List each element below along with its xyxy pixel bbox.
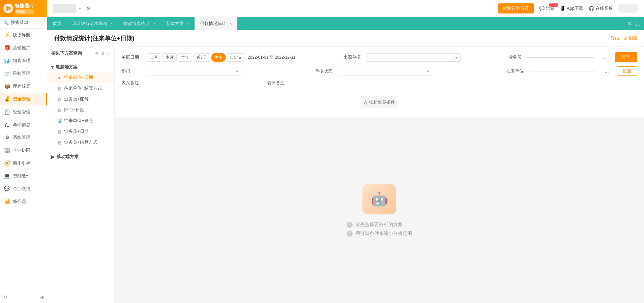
sidebar-item-hardware[interactable]: 💻 智能硬件: [0, 170, 47, 182]
right-panel: 单据日期 上月 本月 本年 近7天 更多 自定义 2022-01-01 至 20…: [115, 47, 644, 303]
hint-text-2: 用过滤条件来缩小分析范围: [355, 231, 412, 237]
app-download-item[interactable]: 📱 App下载: [560, 5, 583, 11]
online-service-item[interactable]: 🎧 在线客服: [589, 5, 613, 11]
header-note-input[interactable]: [147, 83, 241, 83]
tab-new-scheme-close[interactable]: ×: [187, 22, 189, 26]
sidebar-item-label: 智能硬件: [13, 173, 30, 179]
tab-new-scheme[interactable]: 新建方案 ×: [161, 17, 195, 30]
date-btn-this-year[interactable]: 本年: [178, 53, 192, 62]
scheme-header-icons: ⊕ ⚙ ◁: [95, 51, 110, 56]
date-btn-more[interactable]: 更多: [211, 53, 226, 62]
collapse-sidebar-icon[interactable]: ◀: [40, 295, 43, 300]
app-icon: 📱: [560, 6, 565, 11]
sidebar-item-member[interactable]: 👑 畅会员: [0, 195, 47, 208]
message-item[interactable]: 💬 消息 99+: [539, 5, 555, 11]
sidebar-item-finance[interactable]: 💰 资金管理: [0, 93, 47, 105]
date-btn-last-month[interactable]: 上月: [147, 53, 161, 62]
sidebar-item-quick-nav[interactable]: ⚡ 快捷导航: [0, 29, 47, 41]
scheme-item-unit-date[interactable]: ● 往来单位+日期: [47, 72, 114, 83]
sidebar-item-sales[interactable]: 📊 销售管理: [0, 54, 47, 67]
staff-dots[interactable]: ...: [600, 53, 610, 62]
system-icon: ⚙: [4, 134, 10, 141]
hint-num-1: 1: [347, 222, 353, 228]
inventory-icon: 📦: [4, 83, 10, 89]
settings-button[interactable]: 设置: [617, 66, 637, 76]
sidebar-item-basic[interactable]: 🗂 基础信息: [0, 118, 47, 131]
sidebar-item-label: 系统管理: [13, 134, 30, 141]
tab-close-all-icon[interactable]: ✕: [627, 21, 632, 27]
search-menu[interactable]: 🔍 搜索菜单: [0, 17, 47, 29]
tab-receipt-stat[interactable]: 收款情况统计 ×: [118, 17, 160, 30]
sidebar-item-marketing[interactable]: 🎁 营销推广: [0, 41, 47, 54]
topbar-right: 体验行业方案 💬 消息 99+ 📱 App下载 🎧 在线客服: [498, 3, 639, 13]
collapse-button[interactable]: ⋀ 收起更多条件: [361, 96, 398, 108]
staff-input[interactable]: [527, 57, 594, 58]
date-btn-this-month[interactable]: 本月: [163, 53, 177, 62]
brand-badge: 标准版: [15, 9, 34, 14]
sidebar: 畅 畅捷通巧 标准版 🔍 搜索菜单 ⚡ 快捷导航 🎁 营销推广 📊 销售管理 🛒…: [0, 0, 47, 303]
export-button[interactable]: ↑ 导出: [607, 35, 620, 41]
scheme-item-staff-settle[interactable]: ▦ 业务员+结算方式: [47, 137, 114, 148]
basic-icon: 🗂: [4, 122, 10, 128]
topbar-settings-button[interactable]: ⚙: [84, 4, 93, 13]
settings-footer-icon[interactable]: ⚙: [3, 295, 7, 300]
purchase-icon: 🛒: [4, 70, 10, 77]
sidebar-item-label: 采购管理: [13, 70, 30, 77]
mobile-scheme-group-title[interactable]: ▶ 移动端方案: [47, 152, 114, 162]
dropdown-chevron-icon[interactable]: ▾: [79, 6, 81, 11]
scheme-query-label: 按以下方案查询: [51, 50, 82, 56]
scheme-chart-icon4: ▦: [57, 129, 62, 134]
scheme-item-dept-date[interactable]: ▦ 部门+日期: [47, 104, 114, 115]
date-btn-7days[interactable]: 近7天: [194, 53, 210, 62]
sidebar-item-inventory[interactable]: 📦 库存核算: [0, 80, 47, 93]
scheme-item-unit-account[interactable]: 📊 往来单位+账号: [47, 115, 114, 126]
weixin-icon: 💬: [4, 186, 10, 192]
tab-payment-stat-close[interactable]: ×: [230, 22, 232, 26]
dept-select[interactable]: ▾: [147, 67, 241, 75]
counterpart-dots[interactable]: ...: [602, 67, 612, 75]
sidebar-item-operation[interactable]: 📋 经营管理: [0, 105, 47, 118]
doc-status-select[interactable]: ▾: [338, 67, 432, 75]
tab-home[interactable]: 首页: [47, 17, 67, 30]
online-service-label: 在线客服: [595, 5, 613, 11]
settings-scheme-icon[interactable]: ⚙: [101, 51, 105, 56]
sidebar-footer: ⚙ ◀: [0, 291, 47, 303]
scheme-item-label: 往来单位+结算方式: [64, 85, 102, 91]
tab-expand-icon[interactable]: ⛶: [635, 21, 641, 27]
scheme-item-staff-date[interactable]: ▦ 业务员+日期: [47, 126, 114, 137]
member-icon: 👑: [4, 199, 10, 205]
user-profile[interactable]: [618, 4, 639, 13]
search-label: 搜索菜单: [11, 20, 28, 26]
tab-receipt-stat-close[interactable]: ×: [153, 22, 155, 26]
refresh-button[interactable]: ↺ 刷新: [623, 35, 637, 41]
sidebar-item-newguide[interactable]: 🧭 新手引导: [0, 157, 47, 170]
sidebar-nav: ⚡ 快捷导航 🎁 营销推广 📊 销售管理 🛒 采购管理 📦 库存核算 💰 资金管…: [0, 29, 47, 291]
source-select[interactable]: ▾: [366, 53, 461, 62]
sidebar-item-purchase[interactable]: 🛒 采购管理: [0, 67, 47, 80]
tab-bank-flow[interactable]: 现金银行流水查询 ×: [67, 17, 118, 30]
query-button[interactable]: 查询: [615, 52, 637, 62]
date-btn-custom[interactable]: 自定义: [227, 53, 245, 62]
empty-hints: 1 请先选择要分析的方案 2 用过滤条件来缩小分析范围: [347, 222, 412, 237]
tab-payment-stat[interactable]: 付款情况统计 ×: [195, 17, 237, 30]
body-note-input[interactable]: [293, 83, 387, 83]
scheme-chart-icon3: ▦: [57, 107, 62, 113]
pc-scheme-group-title[interactable]: ▾ 电脑端方案: [47, 62, 114, 72]
sidebar-item-system[interactable]: ⚙ 系统管理: [0, 131, 47, 144]
mobile-scheme-label: 移动端方案: [57, 154, 79, 160]
user-avatar: [53, 4, 76, 13]
tab-bank-flow-close[interactable]: ×: [111, 22, 113, 26]
trial-button[interactable]: 体验行业方案: [498, 3, 534, 13]
add-scheme-icon[interactable]: ⊕: [95, 51, 99, 56]
scheme-item-unit-settle[interactable]: ▦ 往来单位+结算方式: [47, 83, 114, 94]
scheme-item-label: 往来单位+日期: [64, 74, 93, 81]
hint-text-1: 请先选择要分析的方案: [355, 222, 403, 228]
sidebar-item-label: 销售管理: [13, 58, 30, 64]
collapse-panel-icon[interactable]: ◁: [107, 51, 110, 56]
counterpart-input[interactable]: [529, 71, 596, 71]
scheme-item-staff-account[interactable]: ▦ 业务员+账号: [47, 94, 114, 104]
sidebar-item-enterprise[interactable]: 🏢 企业协同: [0, 144, 47, 157]
hint-num-2: 2: [347, 231, 353, 237]
content-area: 按以下方案查询 ⊕ ⚙ ◁ ▾ 电脑端方案 ● 往来单位+日期: [47, 47, 644, 303]
sidebar-item-weixin[interactable]: 💬 企业微信: [0, 182, 47, 195]
